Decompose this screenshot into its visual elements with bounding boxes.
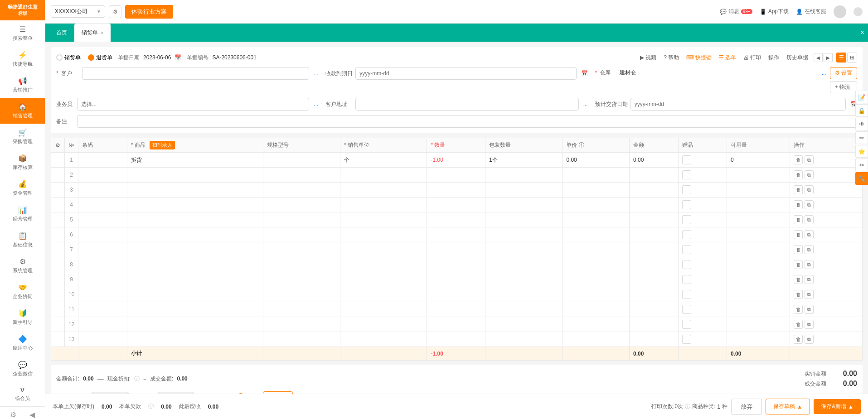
sidebar-collapse-icon[interactable]: ◀ xyxy=(29,410,35,419)
sidebar-item-shortcut[interactable]: ⚡ 快捷导航 xyxy=(0,46,45,72)
row-pack-qty[interactable] xyxy=(485,257,562,272)
row-barcode[interactable] xyxy=(78,168,127,183)
row-spec[interactable] xyxy=(263,153,340,168)
tab-close-window[interactable]: × xyxy=(860,29,864,37)
row-delete-btn[interactable]: 🗑 xyxy=(794,185,803,194)
row-amount[interactable] xyxy=(630,317,678,332)
right-tool-pencil[interactable]: ✏ xyxy=(855,131,868,144)
customer-ellipsis[interactable]: ... xyxy=(314,70,318,77)
help-btn[interactable]: ? 帮助 xyxy=(662,53,681,63)
row-barcode[interactable] xyxy=(78,197,127,212)
row-amount[interactable] xyxy=(630,197,678,212)
history-btn[interactable]: 历史单据 xyxy=(785,53,810,63)
row-delete-btn[interactable]: 🗑 xyxy=(794,170,803,179)
sidebar-item-basic[interactable]: 📋 基础信息 xyxy=(0,227,45,253)
row-product[interactable] xyxy=(127,242,263,257)
row-barcode[interactable] xyxy=(78,183,127,197)
select-btn[interactable]: ☰ 选单 xyxy=(717,53,738,63)
tab-close-icon[interactable]: × xyxy=(101,30,103,35)
scan-button[interactable]: 扫码录入 xyxy=(150,141,175,149)
row-product[interactable] xyxy=(127,227,263,242)
sidebar-settings-icon[interactable]: ⚙ xyxy=(10,410,16,419)
row-delete-btn[interactable]: 🗑 xyxy=(794,200,803,209)
row-amount[interactable] xyxy=(630,332,678,347)
row-quantity[interactable] xyxy=(427,332,485,347)
row-quantity[interactable] xyxy=(427,227,485,242)
row-amount[interactable] xyxy=(630,227,678,242)
row-spec[interactable] xyxy=(263,317,340,332)
row-spec[interactable] xyxy=(263,183,340,197)
print-btn[interactable]: 🖨 打印 xyxy=(742,53,763,63)
row-spec[interactable] xyxy=(263,242,340,257)
row-unit-price[interactable] xyxy=(563,317,630,332)
abandon-button[interactable]: 放弃 xyxy=(731,399,762,415)
sidebar-item-sales[interactable]: 🏠 销售管理 xyxy=(0,98,45,124)
row-pack-qty[interactable] xyxy=(485,272,562,287)
row-amount[interactable] xyxy=(630,257,678,272)
row-gift[interactable] xyxy=(678,272,727,287)
video-btn[interactable]: ▶ 视频 xyxy=(638,53,658,63)
row-delete-btn[interactable]: 🗑 xyxy=(794,230,803,239)
row-product[interactable] xyxy=(127,197,263,212)
row-gift[interactable] xyxy=(678,257,727,272)
right-tool-scissors[interactable]: ✂ xyxy=(855,159,868,171)
row-amount[interactable] xyxy=(630,302,678,317)
row-pack-qty[interactable] xyxy=(485,242,562,257)
row-copy-btn[interactable]: ⧉ xyxy=(805,155,814,164)
row-spec[interactable] xyxy=(263,332,340,347)
row-pack-qty[interactable] xyxy=(485,227,562,242)
row-unit-price[interactable] xyxy=(563,212,630,227)
row-product[interactable] xyxy=(127,302,263,317)
user-avatar[interactable] xyxy=(834,5,846,18)
sidebar-item-finance[interactable]: 💰 资金管理 xyxy=(0,175,45,201)
row-quantity[interactable] xyxy=(427,183,485,197)
row-unit[interactable] xyxy=(340,168,427,183)
row-unit[interactable] xyxy=(340,227,427,242)
row-unit-price[interactable] xyxy=(563,227,630,242)
sidebar-item-member[interactable]: V 畅会员 xyxy=(0,382,45,406)
row-unit[interactable] xyxy=(340,257,427,272)
row-quantity[interactable] xyxy=(427,197,485,212)
save-new-button[interactable]: 保存&新增 ▲ xyxy=(814,399,861,414)
row-product[interactable] xyxy=(127,168,263,183)
sidebar-item-system[interactable]: ⚙ 系统管理 xyxy=(0,253,45,279)
row-barcode[interactable] xyxy=(78,227,127,242)
row-barcode[interactable] xyxy=(78,287,127,302)
row-unit[interactable] xyxy=(340,332,427,347)
row-amount[interactable] xyxy=(630,242,678,257)
sidebar-item-inventory[interactable]: 📦 库存核算 xyxy=(0,149,45,175)
row-delete-btn[interactable]: 🗑 xyxy=(794,320,803,329)
row-product[interactable] xyxy=(127,317,263,332)
row-product[interactable] xyxy=(127,212,263,227)
actions-btn[interactable]: 操作 xyxy=(766,53,781,63)
row-spec[interactable] xyxy=(263,257,340,272)
save-draft-button[interactable]: 保存草稿 ▲ xyxy=(766,399,810,414)
row-spec[interactable] xyxy=(263,302,340,317)
row-copy-btn[interactable]: ⧉ xyxy=(805,290,814,299)
row-quantity[interactable] xyxy=(427,242,485,257)
row-unit-price[interactable] xyxy=(563,332,630,347)
message-button[interactable]: 💬 消息 99+ xyxy=(720,8,752,15)
row-spec[interactable] xyxy=(263,227,340,242)
settings-button[interactable]: ⚙ 设置 xyxy=(830,67,857,79)
row-barcode[interactable] xyxy=(78,212,127,227)
settings-gear-button[interactable]: ⚙ xyxy=(109,5,121,18)
row-quantity[interactable] xyxy=(427,272,485,287)
row-pack-qty[interactable] xyxy=(485,317,562,332)
right-tool-lock[interactable]: 🔒 xyxy=(855,104,868,117)
right-tool-orange[interactable]: 🔧 xyxy=(855,172,868,185)
shortcut-btn[interactable]: ⌨ 快捷键 xyxy=(684,53,713,63)
discount-help-icon[interactable]: ⓘ xyxy=(134,375,140,383)
row-product[interactable] xyxy=(127,272,263,287)
row-pack-qty[interactable] xyxy=(485,168,562,183)
logistics-button[interactable]: + 物流 xyxy=(830,81,857,93)
sidebar-item-wechat[interactable]: 💬 企业微信 xyxy=(0,356,45,382)
row-amount[interactable] xyxy=(630,287,678,302)
row-unit[interactable] xyxy=(340,317,427,332)
receive-date-input[interactable] xyxy=(355,67,576,80)
row-unit[interactable] xyxy=(340,242,427,257)
sidebar-item-marketing[interactable]: 📢 营销推广 xyxy=(0,72,45,98)
row-delete-btn[interactable]: 🗑 xyxy=(794,215,803,224)
row-barcode[interactable] xyxy=(78,242,127,257)
notes-input[interactable] xyxy=(77,115,857,128)
